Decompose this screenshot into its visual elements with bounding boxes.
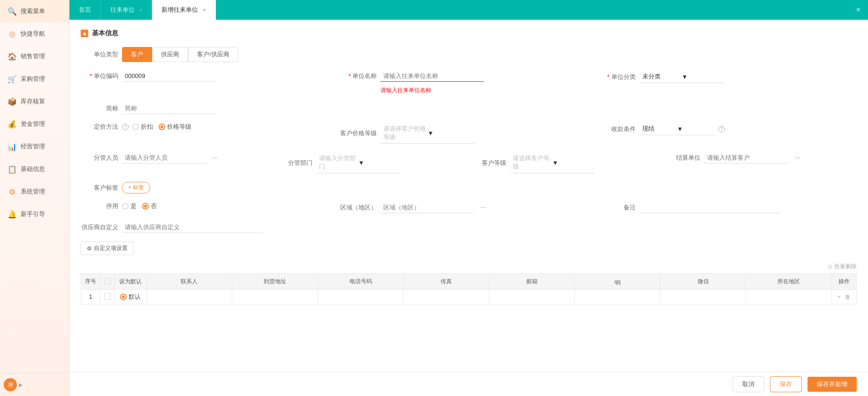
disabled-label: 停用 — [81, 202, 118, 210]
window-close-btn[interactable]: × — [849, 0, 868, 20]
sidebar-item-guide[interactable]: 🔔 新手引导 — [0, 203, 69, 225]
cell-region[interactable] — [746, 290, 832, 304]
fax-input[interactable] — [406, 294, 486, 300]
payment-terms-dropdown[interactable]: 现结 ▼ — [640, 123, 715, 135]
radio-discount-circle — [132, 124, 139, 130]
sidebar-item-purchase[interactable]: 🛒 采购管理 — [0, 68, 69, 90]
remark-input[interactable] — [640, 202, 780, 213]
region-table-input[interactable] — [749, 294, 829, 300]
department-label: 分管部门 — [275, 159, 312, 167]
tab-new-partner[interactable]: 新增往来单位 × — [152, 0, 215, 20]
sidebar-item-operations[interactable]: 📊 经营管理 — [0, 135, 69, 158]
disabled-row: 停用 是 否 区域（地区） ··· — [81, 202, 857, 213]
header-checkbox[interactable] — [104, 278, 111, 284]
btn-supplier[interactable]: 供应商 — [152, 47, 188, 62]
payment-help-icon[interactable]: ? — [718, 126, 725, 132]
row-checkbox[interactable] — [104, 293, 111, 300]
settlement-ellipsis[interactable]: ··· — [792, 154, 802, 162]
operations-icon: 📊 — [8, 142, 17, 151]
btn-both[interactable]: 客户/供应商 — [188, 47, 238, 62]
add-row-btn[interactable]: + — [838, 294, 841, 300]
sidebar-item-inventory[interactable]: 📦 库存核算 — [0, 90, 69, 113]
contact-input[interactable] — [150, 294, 229, 300]
shortname-row: 简称 — [81, 103, 857, 114]
cell-wechat[interactable] — [660, 290, 746, 304]
btn-customer[interactable]: 客户 — [122, 47, 152, 62]
chevron-down-icon: ▼ — [682, 73, 721, 80]
sidebar-item-basicinfo[interactable]: 📋 基础信息 — [0, 158, 69, 180]
add-tag-btn[interactable]: + 标签 — [122, 182, 150, 194]
batch-delete-btn[interactable]: 批量删除 — [834, 263, 857, 271]
save-button[interactable]: 保存 — [770, 376, 802, 392]
unit-code-input[interactable] — [122, 70, 216, 82]
cancel-button[interactable]: 取消 — [732, 376, 764, 392]
default-radio-circle — [120, 294, 127, 300]
cell-contact[interactable] — [146, 290, 232, 304]
default-radio[interactable]: 默认 — [117, 293, 143, 301]
radio-price-level[interactable]: 价格等级 — [159, 123, 191, 131]
form-content: ■ 基本信息 单位类型 客户 供应商 客户/供应商 单位编码 — [69, 20, 868, 372]
address-input[interactable] — [235, 294, 315, 300]
radio-discount[interactable]: 折扣 — [132, 123, 153, 131]
region-input[interactable] — [381, 202, 474, 213]
save-add-button[interactable]: 保存并新增 — [807, 377, 857, 392]
shortname-label: 简称 — [81, 104, 118, 113]
avatar: 用 — [4, 378, 17, 391]
th-checkbox — [100, 274, 114, 290]
supplier-custom-input[interactable] — [122, 222, 263, 233]
tab-new-partner-close[interactable]: × — [203, 7, 206, 13]
radio-no[interactable]: 否 — [142, 202, 157, 210]
cell-address[interactable] — [232, 290, 318, 304]
sidebar-item-sales[interactable]: 🏠 销售管理 — [0, 45, 69, 68]
unit-type-group: 单位类型 客户 供应商 客户/供应商 — [81, 47, 857, 62]
delete-row-btn[interactable]: 🗑 — [845, 294, 851, 300]
disabled-radio-group: 是 否 — [122, 202, 157, 210]
settlement-input[interactable] — [704, 152, 789, 163]
unit-type-buttons: 客户 供应商 客户/供应商 — [122, 47, 238, 62]
search-icon: 🔍 — [8, 7, 17, 16]
remark-group: 备注 — [598, 202, 857, 213]
email-input[interactable] — [492, 294, 572, 300]
chevron-down-icon3: ▼ — [677, 125, 712, 132]
th-seq: 序号 — [81, 274, 100, 290]
sidebar-item-system[interactable]: ⚙ 系统管理 — [0, 180, 69, 203]
tab-home[interactable]: 首页 — [69, 0, 101, 20]
manager-input[interactable] — [122, 152, 206, 163]
cell-email[interactable] — [489, 290, 575, 304]
unit-name-error: 请输入往来单位名称 — [381, 86, 431, 94]
customer-price-dropdown[interactable]: 请选择客户价格等级 ▼ — [381, 123, 474, 144]
cell-qq[interactable] — [575, 290, 661, 304]
unit-name-input[interactable] — [381, 70, 484, 82]
sidebar-item-finance[interactable]: 💰 资金管理 — [0, 113, 69, 135]
manager-ellipsis[interactable]: ··· — [210, 154, 220, 162]
sidebar-item-search[interactable]: 🔍 搜索菜单 — [0, 0, 69, 23]
phone-input[interactable] — [321, 294, 401, 300]
unit-category-dropdown[interactable]: 未分类 ▼ — [640, 70, 724, 83]
cell-fax[interactable] — [404, 290, 489, 304]
inventory-icon: 📦 — [8, 97, 17, 106]
custom-settings-btn[interactable]: ⚙ 自定义项设置 — [81, 241, 134, 255]
customer-level-dropdown[interactable]: 请选择客户等级 ▼ — [510, 152, 594, 173]
shortname-input[interactable] — [122, 103, 216, 114]
manager-group: 分管人员 ··· — [81, 152, 275, 163]
payment-terms-group: 收款条件 现结 ▼ ? — [598, 123, 857, 135]
tab-partner-close[interactable]: × — [139, 7, 142, 13]
cell-phone[interactable] — [318, 290, 404, 304]
radio-dot — [160, 125, 163, 128]
customer-level-group: 客户等级 请选择客户等级 ▼ — [469, 152, 663, 173]
code-name-row: 单位编码 单位名称 请输入往来单位名称 单位分类 未分类 ▼ — [81, 70, 857, 94]
sidebar-expand[interactable]: ▶ — [19, 382, 23, 388]
supplier-custom-row: 供应商自定义 — [81, 222, 857, 233]
tab-partner[interactable]: 往来单位 × — [101, 0, 152, 20]
qq-input[interactable] — [578, 294, 657, 300]
department-dropdown[interactable]: 请输入分管部门 ▼ — [316, 152, 401, 173]
system-icon: ⚙ — [8, 187, 17, 196]
region-ellipsis[interactable]: ··· — [478, 203, 488, 212]
radio-yes[interactable]: 是 — [122, 202, 137, 210]
sidebar-item-quicknav[interactable]: ◎ 快捷导航 — [0, 23, 69, 45]
pricing-help-icon[interactable]: ? — [122, 124, 129, 130]
disabled-group: 停用 是 否 — [81, 202, 339, 210]
wechat-input[interactable] — [663, 294, 743, 300]
contact-table-section: ⊞ 批量删除 序号 设为默认 联系人 到货地址 电话号码 传真 邮 — [81, 263, 857, 304]
manager-row: 分管人员 ··· 分管部门 请输入分管部门 ▼ 客户等级 请选择客户等级 ▼ 结… — [81, 152, 857, 173]
